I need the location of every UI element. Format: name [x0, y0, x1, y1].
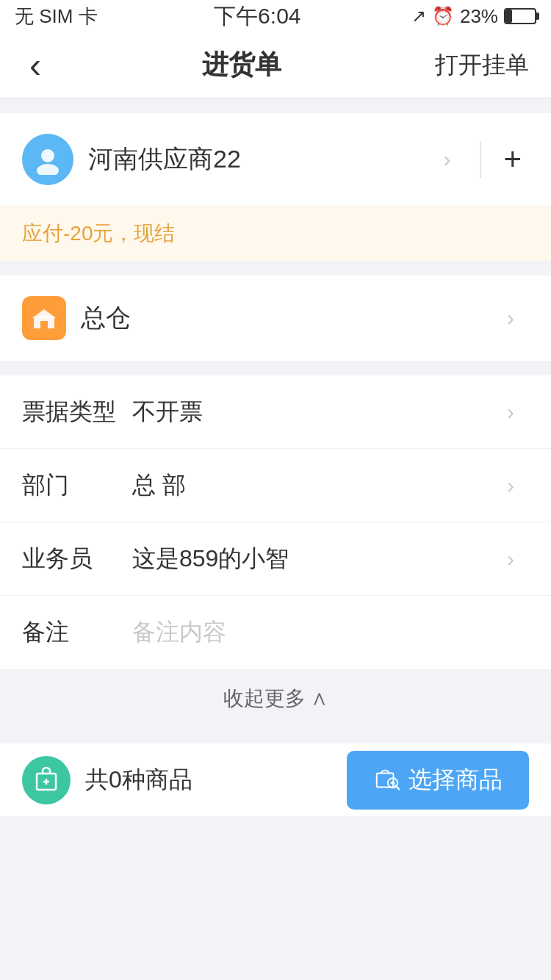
product-icon [22, 756, 71, 804]
dept-value: 总 部 [125, 469, 507, 502]
carrier-label: 无 SIM 卡 [15, 4, 98, 29]
collapse-button[interactable]: 收起更多 ∧ [0, 669, 551, 728]
warehouse-card: 总仓 › [0, 275, 551, 361]
svg-point-1 [37, 164, 59, 175]
warehouse-row[interactable]: 总仓 › [0, 275, 551, 361]
form-section: 票据类型 不开票 › 部门 总 部 › 业务员 这是859的小智 › 备注 备注… [0, 375, 551, 669]
gap3 [0, 361, 551, 375]
alarm-icon: ⏰ [432, 6, 454, 26]
battery-label: 23% [460, 5, 498, 28]
supplier-avatar [22, 134, 73, 185]
invoice-label: 票据类型 [22, 396, 125, 428]
svg-point-0 [41, 149, 54, 162]
product-count: 共0种商品 [85, 764, 347, 796]
remark-input[interactable]: 备注内容 [125, 616, 529, 649]
battery-icon [504, 8, 536, 24]
gap4 [0, 728, 551, 743]
status-left: 无 SIM 卡 [15, 4, 104, 29]
sales-row[interactable]: 业务员 这是859的小智 › [0, 522, 551, 596]
bottom-bar: 共0种商品 选择商品 [0, 743, 551, 816]
select-btn-label: 选择商品 [408, 764, 503, 796]
invoice-value: 不开票 [125, 396, 507, 428]
status-right: ↗ ⏰ 23% [411, 5, 536, 28]
svg-marker-3 [32, 309, 56, 318]
invoice-chevron-icon: › [507, 400, 514, 425]
notice-text: 应付-20元，现结 [22, 222, 175, 245]
sales-value: 这是859的小智 [125, 543, 507, 575]
collapse-label: 收起更多 ∧ [223, 685, 328, 713]
status-time: 下午6:04 [214, 1, 300, 32]
svg-rect-4 [40, 321, 48, 328]
supplier-name: 河南供应商22 [88, 143, 443, 176]
warehouse-icon [22, 296, 66, 340]
svg-rect-8 [377, 773, 394, 787]
gap2 [0, 261, 551, 275]
dept-row[interactable]: 部门 总 部 › [0, 449, 551, 522]
status-bar: 无 SIM 卡 下午6:04 ↗ ⏰ 23% [0, 0, 551, 32]
invoice-row[interactable]: 票据类型 不开票 › [0, 375, 551, 449]
dept-chevron-icon: › [507, 473, 514, 498]
sales-label: 业务员 [22, 543, 125, 575]
gap1 [0, 98, 551, 113]
notice-bar: 应付-20元，现结 [0, 206, 551, 261]
nav-bar: ‹ 进货单 打开挂单 [0, 32, 551, 98]
rest-area [0, 816, 551, 980]
open-pending-button[interactable]: 打开挂单 [435, 49, 529, 82]
location-icon: ↗ [411, 6, 426, 26]
warehouse-chevron-icon: › [507, 306, 514, 331]
remark-row[interactable]: 备注 备注内容 [0, 596, 551, 669]
supplier-card: 河南供应商22 › + 应付-20元，现结 [0, 113, 551, 261]
remark-label: 备注 [22, 616, 125, 649]
supplier-add-button[interactable]: + [496, 142, 529, 177]
back-button[interactable]: ‹ [22, 37, 48, 93]
page-title: 进货单 [202, 47, 281, 83]
supplier-divider [480, 141, 481, 178]
supplier-chevron-icon: › [443, 147, 450, 172]
sales-chevron-icon: › [507, 547, 514, 572]
select-product-button[interactable]: 选择商品 [347, 751, 529, 810]
dept-label: 部门 [22, 469, 125, 502]
supplier-row[interactable]: 河南供应商22 › + [0, 113, 551, 206]
warehouse-name: 总仓 [81, 301, 507, 335]
